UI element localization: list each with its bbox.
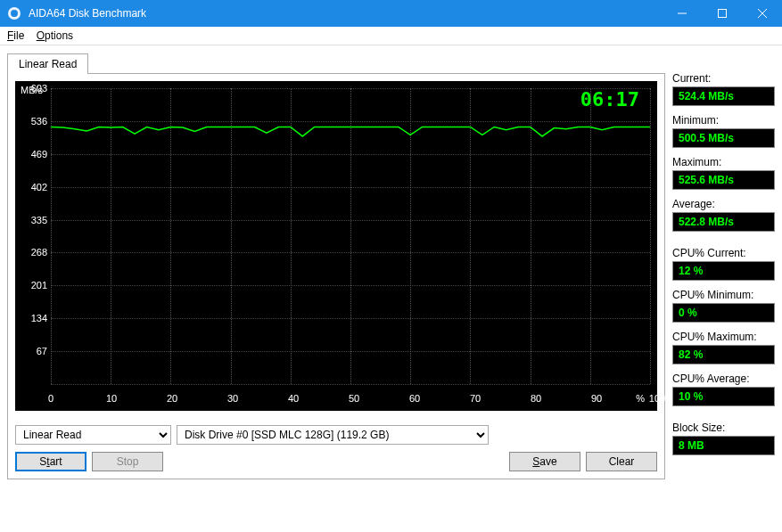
average-label: Average: — [672, 198, 775, 210]
x-axis-unit: % — [636, 393, 645, 404]
maximum-label: Maximum: — [672, 156, 775, 168]
menubar: File Options — [0, 27, 782, 45]
current-value: 524.4 MB/s — [672, 86, 775, 106]
stats-panel: Current:524.4 MB/s Minimum:500.5 MB/s Ma… — [672, 53, 775, 479]
menu-file[interactable]: File — [7, 29, 24, 42]
drive-select[interactable]: Disk Drive #0 [SSD MLC 128G] (119.2 GB) — [177, 425, 489, 445]
minimum-label: Minimum: — [672, 114, 775, 127]
stop-button: Stop — [92, 452, 163, 471]
window-title: AIDA64 Disk Benchmark — [29, 7, 662, 20]
app-icon — [7, 6, 21, 20]
svg-point-1 — [11, 10, 18, 17]
cpu-maximum-value: 82 % — [672, 345, 775, 364]
chart-container: MB/s 06:17 % 67134201268335402469536603 … — [7, 73, 665, 479]
close-button[interactable] — [742, 0, 782, 27]
start-button[interactable]: Start — [15, 452, 86, 471]
cpu-maximum-label: CPU% Maximum: — [672, 331, 775, 343]
cpu-average-label: CPU% Average: — [672, 372, 775, 385]
save-button[interactable]: Save — [509, 452, 580, 471]
block-size-label: Block Size: — [672, 422, 775, 434]
cpu-current-value: 12 % — [672, 261, 775, 281]
average-value: 522.8 MB/s — [672, 212, 775, 232]
tab-linear-read[interactable]: Linear Read — [7, 53, 88, 74]
menu-options[interactable]: Options — [37, 29, 73, 42]
current-label: Current: — [672, 72, 775, 85]
titlebar: AIDA64 Disk Benchmark — [0, 0, 782, 27]
block-size-value: 8 MB — [672, 436, 775, 455]
throughput-chart: MB/s 06:17 % 67134201268335402469536603 … — [15, 81, 657, 411]
test-type-select[interactable]: Linear Read — [15, 425, 171, 445]
cpu-minimum-label: CPU% Minimum: — [672, 289, 775, 301]
maximum-value: 525.6 MB/s — [672, 170, 775, 190]
svg-rect-3 — [718, 10, 726, 18]
cpu-average-value: 10 % — [672, 387, 775, 406]
minimum-value: 500.5 MB/s — [672, 128, 775, 148]
maximize-button[interactable] — [702, 0, 742, 27]
cpu-minimum-value: 0 % — [672, 303, 775, 323]
cpu-current-label: CPU% Current: — [672, 247, 775, 259]
clear-button[interactable]: Clear — [586, 452, 657, 471]
minimize-button[interactable] — [662, 0, 702, 27]
